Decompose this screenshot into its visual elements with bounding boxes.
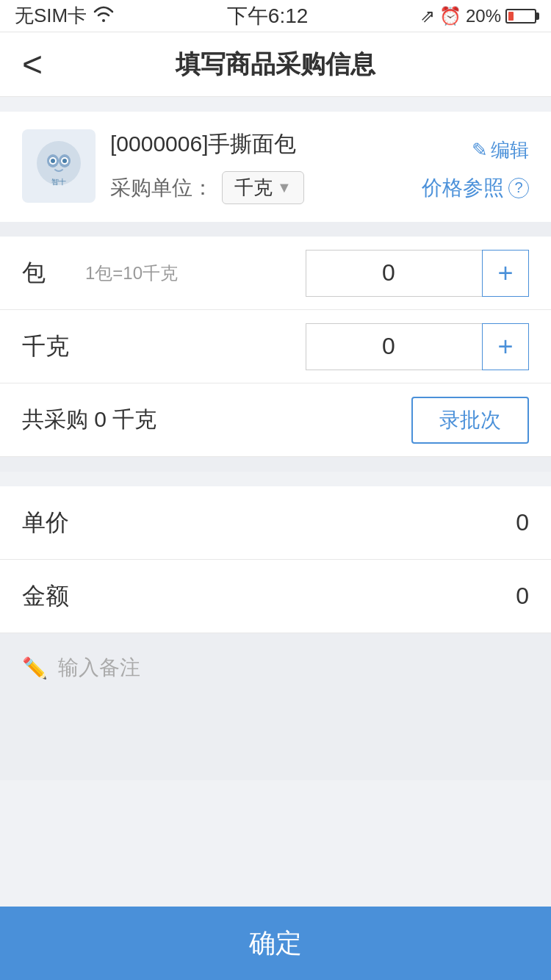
input-section: 包 1包=10千克 + 千克 + xyxy=(0,237,551,383)
status-right: ⇗ ⏰ 20% xyxy=(420,6,536,26)
divider-1 xyxy=(0,222,551,237)
notes-placeholder: 输入备注 xyxy=(58,654,140,682)
bag-plus-button[interactable]: + xyxy=(482,250,529,297)
edit-button[interactable]: ✎ 编辑 xyxy=(472,137,529,163)
product-info: [0000006]手撕面包 ✎ 编辑 采购单位： 千克 ▼ 价格参照 ? xyxy=(110,129,529,204)
batch-record-button[interactable]: 录批次 xyxy=(411,397,529,444)
wifi-icon xyxy=(93,4,115,27)
kg-input-row: 千克 + xyxy=(0,310,551,383)
unit-selector[interactable]: 千克 ▼ xyxy=(222,171,304,204)
divider-2 xyxy=(0,457,551,472)
battery-percent: 20% xyxy=(466,6,501,26)
bag-sublabel: 1包=10千克 xyxy=(85,262,178,285)
product-card: 智十 [0000006]手撕面包 ✎ 编辑 采购单位： 千克 ▼ 价格参照 ? xyxy=(0,112,551,222)
unit-price-row: 单价 0 xyxy=(0,486,551,560)
status-left: 无SIM卡 xyxy=(15,3,115,29)
unit-value: 千克 xyxy=(234,175,273,201)
location-icon: ⇗ xyxy=(420,6,435,26)
svg-point-6 xyxy=(62,159,67,163)
summary-text: 共采购 0 千克 xyxy=(22,405,156,435)
notes-input-row: ✏️ 输入备注 xyxy=(22,654,529,682)
bag-label: 包 xyxy=(22,257,81,289)
amount-row: 金额 0 xyxy=(0,560,551,633)
notes-section[interactable]: ✏️ 输入备注 xyxy=(0,633,551,780)
svg-text:智十: 智十 xyxy=(51,178,66,186)
edit-icon: ✎ xyxy=(472,139,488,162)
unit-price-value: 0 xyxy=(516,509,529,536)
back-button[interactable]: < xyxy=(22,44,66,84)
nav-bar: < 填写商品采购信息 xyxy=(0,32,551,97)
bag-input-controls: + xyxy=(306,250,529,297)
time-label: 下午6:12 xyxy=(227,2,309,30)
page-title: 填写商品采购信息 xyxy=(176,48,375,82)
kg-label: 千克 xyxy=(22,331,81,363)
kg-input-controls: + xyxy=(306,323,529,370)
kg-plus-button[interactable]: + xyxy=(482,323,529,370)
pencil-icon: ✏️ xyxy=(22,656,48,680)
unit-price-label: 单价 xyxy=(22,507,69,539)
summary-row: 共采购 0 千克 录批次 xyxy=(0,383,551,457)
alarm-icon: ⏰ xyxy=(439,6,461,26)
confirm-button[interactable]: 确定 xyxy=(0,907,551,980)
unit-label: 采购单位： xyxy=(110,174,213,202)
product-owl-icon: 智十 xyxy=(33,137,84,195)
price-section: 单价 0 金额 0 xyxy=(0,486,551,633)
bottom-spacer xyxy=(0,780,551,854)
bag-input-row: 包 1包=10千克 + xyxy=(0,237,551,310)
battery-icon xyxy=(505,9,536,24)
kg-quantity-input[interactable] xyxy=(306,323,482,370)
svg-point-5 xyxy=(51,159,55,163)
product-name: [0000006]手撕面包 xyxy=(110,129,296,159)
amount-label: 金额 xyxy=(22,580,69,613)
carrier-label: 无SIM卡 xyxy=(15,3,87,29)
product-thumbnail: 智十 xyxy=(22,129,96,203)
price-reference-button[interactable]: 价格参照 ? xyxy=(422,174,529,202)
dropdown-arrow-icon: ▼ xyxy=(277,179,292,196)
amount-value: 0 xyxy=(516,583,529,610)
bag-quantity-input[interactable] xyxy=(306,250,482,297)
info-icon: ? xyxy=(508,178,529,198)
status-bar: 无SIM卡 下午6:12 ⇗ ⏰ 20% xyxy=(0,0,551,32)
price-ref-label: 价格参照 xyxy=(422,174,504,202)
